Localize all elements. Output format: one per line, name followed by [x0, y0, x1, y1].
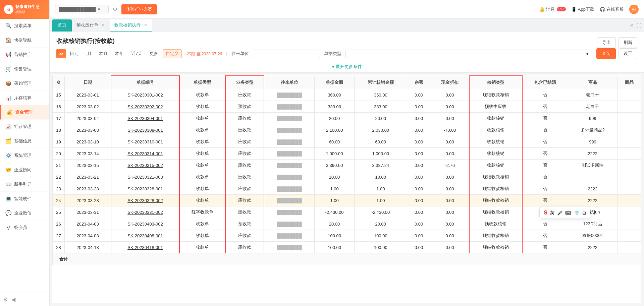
- cell-date: 2023-04-03: [65, 218, 111, 230]
- cell-accum: 2,030.00: [354, 124, 407, 136]
- cell-discount: 0.00: [431, 242, 469, 253]
- cell-discount: 0.00: [431, 136, 469, 148]
- expand-more-button[interactable]: ▾ 展开更多条件: [332, 64, 362, 70]
- sidebar-item-operations[interactable]: 📈 经营管理: [0, 120, 49, 134]
- date-btn-more[interactable]: 更多: [147, 49, 161, 58]
- grid-icon[interactable]: ⊞: [582, 210, 586, 216]
- cell-billno[interactable]: SK-20230310-001: [111, 136, 179, 148]
- user-avatar[interactable]: Rit: [629, 5, 639, 14]
- sidebar-item-label: 企业协同: [14, 167, 32, 173]
- sidebar-item-finance[interactable]: 💰 资金管理: [0, 105, 49, 120]
- close-all-icon[interactable]: ✕: [630, 23, 634, 28]
- sidebar-item-member[interactable]: V 畅会员: [0, 221, 49, 235]
- sidebar-item-inventory[interactable]: 📊 库存核算: [0, 91, 49, 105]
- cell-biztype: 应收款: [225, 124, 264, 136]
- sidebar-nav: 🔍 搜索菜单 🏠 快捷导航 📢 营销推广 🛒 销售管理 📦 采购管理 📊 库存核…: [0, 19, 49, 293]
- cell-goods: 测试多属性: [568, 160, 617, 171]
- topbar-select[interactable]: ████████████ ▾: [55, 5, 109, 13]
- table-row: 21 2023-03-15 SK-20230315-002 收款单 应收款 ██…: [53, 160, 641, 171]
- filter-expand-button[interactable]: ≫: [56, 49, 66, 58]
- cell-billno[interactable]: SK-20230418-001: [111, 242, 179, 253]
- settings-btn[interactable]: ⚙: [3, 296, 8, 303]
- date-btn-custom[interactable]: 自定义: [163, 49, 182, 58]
- cell-discount: -70.00: [431, 124, 469, 136]
- online-service-btn[interactable]: 🎧 在线客服: [600, 6, 624, 12]
- tab-writeoff[interactable]: 收款核销执行 ✕: [110, 19, 152, 32]
- date-btn-lastmonth[interactable]: 上月: [80, 49, 95, 58]
- query-button[interactable]: 查询: [596, 48, 616, 59]
- tab-prepay-close[interactable]: ✕: [102, 23, 105, 27]
- sidebar-item-base[interactable]: 🗂️ 基础信息: [0, 134, 49, 148]
- sales-icon: 🛒: [5, 66, 11, 72]
- cell-goods2: [617, 171, 641, 183]
- cell-billno[interactable]: SK-20230304-001: [111, 113, 179, 124]
- tab-writeoff-close[interactable]: ✕: [144, 23, 147, 27]
- sidebar-item-weixin[interactable]: 💬 企业微信: [0, 206, 49, 221]
- date-btn-7days[interactable]: 近7天: [128, 49, 145, 58]
- sidebar-item-search[interactable]: 🔍 搜索菜单: [0, 19, 49, 33]
- sidebar-item-marketing[interactable]: 📢 营销推广: [0, 48, 49, 62]
- tab-home[interactable]: 首页: [52, 19, 72, 32]
- popup-text1[interactable]: 英: [550, 210, 554, 216]
- sidebar-item-label: 基础信息: [14, 138, 32, 144]
- cell-billno[interactable]: SK-20230328-001: [111, 183, 179, 195]
- cell-balance: 0.00: [407, 195, 431, 206]
- mic-icon[interactable]: 🎤: [557, 210, 562, 216]
- date-btn-thismonth[interactable]: 本月: [96, 49, 111, 58]
- unit-input[interactable]: ... ...: [253, 50, 320, 58]
- setting-button[interactable]: 设置: [619, 48, 637, 59]
- gear-icon[interactable]: ⚙: [113, 6, 117, 12]
- cell-biztype: 应收款: [225, 230, 264, 242]
- notification-btn[interactable]: 🔔 消息 99+: [539, 6, 566, 12]
- cell-billno[interactable]: SK-20230308-001: [111, 124, 179, 136]
- finance-icon: 💰: [6, 109, 12, 115]
- sidebar-item-system[interactable]: ⚙️ 系统管理: [0, 148, 49, 163]
- sidebar-item-label: 采购管理: [14, 80, 32, 86]
- cell-billno[interactable]: SK-20230302-002: [111, 101, 179, 113]
- cell-billno[interactable]: SK-20230314-001: [111, 148, 179, 160]
- sidebar-item-hardware[interactable]: 💻 智能硬件: [0, 192, 49, 206]
- cell-discount: 0.00: [431, 101, 469, 113]
- cell-accum: 360.00: [354, 89, 407, 101]
- export-button[interactable]: 导出: [597, 37, 616, 48]
- guide-icon: 📖: [5, 181, 11, 187]
- col-amount-header: 单据金额: [315, 76, 355, 89]
- table-row: 20 2023-03-14 SK-20230314-001 收款单 应收款 ██…: [53, 148, 641, 160]
- solution-button[interactable]: 体验行业方案: [121, 4, 157, 14]
- cell-accum: 20.00: [354, 113, 407, 124]
- cell-amount: -2,430.00: [315, 206, 355, 218]
- col-settings-header[interactable]: ⚙: [53, 76, 65, 89]
- sidebar-item-quicknav[interactable]: 🏠 快捷导航: [0, 33, 49, 48]
- cell-discount: 0.00: [431, 148, 469, 160]
- cell-balance: 0.00: [407, 230, 431, 242]
- tab-controls: ✕ ⛶: [630, 23, 641, 28]
- cell-billno[interactable]: SK-20230328-002: [111, 195, 179, 206]
- logo-subtitle: 标推版: [15, 10, 40, 14]
- table-row: 18 2023-03-08 SK-20230308-001 收款单 应收款 ██…: [53, 124, 641, 136]
- keyboard-icon[interactable]: ⌨: [565, 210, 572, 216]
- cell-date: 2023-03-28: [65, 183, 111, 195]
- sidebar-item-collab[interactable]: 🤝 企业协同: [0, 163, 49, 177]
- cell-biztype: 应收款: [225, 206, 264, 218]
- maximize-icon[interactable]: ⛶: [637, 23, 641, 28]
- tab-prepay[interactable]: 预收应付单 ✕: [72, 19, 110, 32]
- cell-goods2: [617, 89, 641, 101]
- cell-writetype: 现结收款核销: [469, 171, 522, 183]
- refresh-button[interactable]: 刷新: [619, 37, 637, 48]
- cell-billno[interactable]: SK-20230301-002: [111, 89, 179, 101]
- cell-accum: 10.00: [354, 171, 407, 183]
- cell-billno[interactable]: SK-20230408-001: [111, 230, 179, 242]
- cell-billno[interactable]: SK-20230315-002: [111, 160, 179, 171]
- sidebar-item-guide[interactable]: 📖 新手引导: [0, 177, 49, 192]
- cell-biztype: 预收款: [225, 101, 264, 113]
- topbar: ████████████ ▾ ⚙ 体验行业方案 🔔 消息 99+ 📱 App下载…: [50, 0, 644, 19]
- cell-billno[interactable]: SK-20230321-003: [111, 171, 179, 183]
- app-download-btn[interactable]: 📱 App下载: [571, 6, 594, 12]
- sidebar-item-purchase[interactable]: 📦 采购管理: [0, 76, 49, 91]
- type-select[interactable]: ▾: [345, 50, 592, 58]
- collapse-btn[interactable]: ◀: [11, 296, 15, 303]
- cell-billno[interactable]: SK-20230403-002: [111, 218, 179, 230]
- date-btn-thisyear[interactable]: 本年: [112, 49, 127, 58]
- sidebar-item-sales[interactable]: 🛒 销售管理: [0, 62, 49, 76]
- cell-billno[interactable]: SK-20230331-002: [111, 206, 179, 218]
